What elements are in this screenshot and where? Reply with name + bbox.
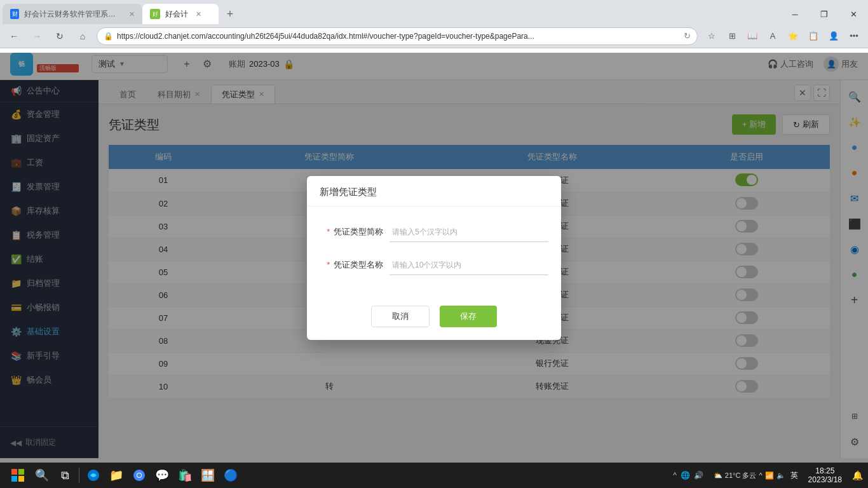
time: 18:25 <box>808 466 842 475</box>
sys-tray: ^ 🌐 🔊 <box>668 471 709 480</box>
favorites-icon[interactable]: ⭐ <box>784 27 802 45</box>
required-star-short: * <box>327 227 330 236</box>
voucher-short-input[interactable] <box>390 222 548 242</box>
modal-overlay: 新增凭证类型 * 凭证类型简称 * 凭证类型名称 取消 保存 <box>0 53 868 463</box>
tray-volume-icon[interactable]: 🔊 <box>694 471 703 480</box>
tray-arrow-icon[interactable]: ^ <box>673 471 677 480</box>
taskbar-edge-icon[interactable] <box>82 464 105 487</box>
more-menu-icon[interactable]: ••• <box>845 27 863 45</box>
network-signal-icon: 📶 <box>765 471 774 480</box>
browser-tab-1[interactable]: 财 好会计云财务软件管理系统_会计 ✕ <box>3 4 142 24</box>
speaker-icon: 🔈 <box>776 471 785 480</box>
tab2-favicon: 好 <box>150 9 160 19</box>
taskbar-search-icon[interactable]: 🔍 <box>31 464 53 487</box>
tab2-close[interactable]: ✕ <box>196 10 201 18</box>
windows-icon <box>11 469 24 482</box>
win-maximize[interactable]: ❐ <box>810 4 839 24</box>
form-label-name: * 凭证类型名称 <box>320 259 383 271</box>
form-label-short: * 凭证类型简称 <box>320 226 383 238</box>
start-button[interactable] <box>5 464 31 487</box>
bookmark-star-icon[interactable]: ☆ <box>703 27 721 45</box>
date: 2023/3/18 <box>808 475 842 484</box>
tab1-favicon: 财 <box>10 9 19 19</box>
taskbar-store-icon[interactable]: 🛍️ <box>173 464 196 487</box>
add-voucher-type-modal: 新增凭证类型 * 凭证类型简称 * 凭证类型名称 取消 保存 <box>307 176 561 340</box>
tab1-label: 好会计云财务软件管理系统_会计 <box>24 9 121 20</box>
profile-icon[interactable]: 👤 <box>825 27 843 45</box>
taskbar-windows-tools-icon[interactable]: 🪟 <box>196 464 219 487</box>
tab1-close[interactable]: ✕ <box>129 10 135 18</box>
ssl-icon: 🔒 <box>104 32 113 41</box>
cancel-button[interactable]: 取消 <box>371 306 430 327</box>
translate-icon[interactable]: A <box>764 27 782 45</box>
voucher-name-input[interactable] <box>390 255 548 275</box>
notification-icon[interactable]: 🔔 <box>852 470 863 480</box>
address-text: https://cloud2.chanjet.com/accounting/uh… <box>117 32 680 41</box>
taskbar: 🔍 ⧉ 📁 💬 🛍️ 🪟 🔵 ^ 🌐 🔊 ⛅ 21°C 多云 ^ 📶 🔈 英 1… <box>0 463 868 488</box>
reading-mode-icon[interactable]: 📖 <box>743 27 761 45</box>
form-row-short: * 凭证类型简称 <box>320 222 548 242</box>
nav-refresh[interactable]: ↻ <box>51 27 69 45</box>
taskbar-taskview-icon[interactable]: ⧉ <box>53 464 76 487</box>
tray-network-icon[interactable]: 🌐 <box>681 471 690 480</box>
weather-icon: ⛅ <box>714 471 722 480</box>
nav-back[interactable]: ← <box>5 27 23 45</box>
collections-icon[interactable]: 📋 <box>804 27 822 45</box>
required-star-name: * <box>327 260 330 269</box>
taskbar-chrome-icon[interactable] <box>128 464 151 487</box>
lang-indicator: 英 <box>790 470 798 481</box>
new-tab-button[interactable]: + <box>221 5 239 23</box>
win-close[interactable]: ✕ <box>839 4 868 24</box>
weather-info: ⛅ 21°C 多云 ^ 📶 🔈 <box>714 471 785 480</box>
address-refresh-icon[interactable]: ↻ <box>684 31 691 41</box>
weather-text: 21°C 多云 <box>725 471 757 480</box>
clock[interactable]: 18:25 2023/3/18 <box>803 466 847 484</box>
tab-search-icon[interactable]: ⊞ <box>723 27 741 45</box>
save-button[interactable]: 保存 <box>440 306 497 327</box>
label-short-text: 凭证类型简称 <box>334 227 383 236</box>
modal-title: 新增凭证类型 <box>307 176 561 207</box>
win-minimize[interactable]: ─ <box>780 4 810 24</box>
taskbar-wechat-icon[interactable]: 💬 <box>151 464 173 487</box>
tab2-label: 好会计 <box>165 9 188 20</box>
expand-icon[interactable]: ^ <box>759 471 762 479</box>
svg-point-3 <box>137 473 141 477</box>
taskbar-app5-icon[interactable]: 🔵 <box>219 464 242 487</box>
form-row-name: * 凭证类型名称 <box>320 255 548 275</box>
address-bar[interactable]: 🔒 https://cloud2.chanjet.com/accounting/… <box>97 27 698 45</box>
nav-home[interactable]: ⌂ <box>74 27 92 45</box>
taskbar-file-icon[interactable]: 📁 <box>105 464 128 487</box>
nav-forward[interactable]: → <box>28 27 46 45</box>
browser-tab-2[interactable]: 好 好会计 ✕ <box>142 4 219 24</box>
label-name-text: 凭证类型名称 <box>334 260 383 269</box>
